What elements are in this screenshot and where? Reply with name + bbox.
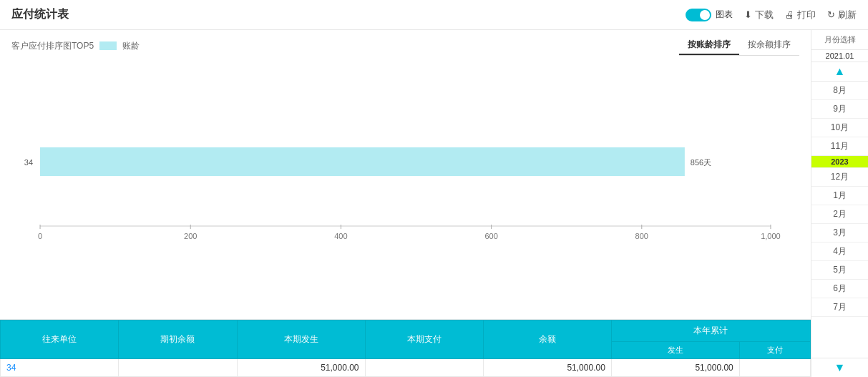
print-button[interactable]: 🖨 打印	[785, 9, 816, 21]
month-list: 8月9月10月11月202312月1月2月3月4月5月6月7月	[811, 82, 868, 358]
cell-period-occur: 51,000.00	[237, 359, 365, 377]
col-header-period-occur: 本期发生	[237, 320, 365, 359]
download-button[interactable]: ⬇ 下载	[744, 9, 774, 21]
chart-legend: 客户应付排序图TOP5 账龄	[11, 40, 140, 52]
col-header-ytd: 本年累计	[611, 320, 810, 342]
col-subheader-pay: 支付	[739, 342, 810, 359]
sidebar-year-marker: 2023	[811, 156, 868, 168]
svg-text:0: 0	[38, 232, 42, 240]
col-header-unit: 往来单位	[1, 320, 119, 359]
svg-text:200: 200	[184, 232, 197, 240]
print-icon: 🖨	[785, 9, 794, 20]
chart-header: 客户应付排序图TOP5 账龄 按账龄排序 按余额排序	[0, 30, 811, 62]
sort-tabs: 按账龄排序 按余额排序	[679, 36, 799, 56]
sort-tab-balance[interactable]: 按余额排序	[739, 36, 799, 55]
legend-title: 客户应付排序图TOP5	[11, 40, 94, 52]
legend-box	[99, 41, 117, 50]
svg-text:800: 800	[635, 232, 648, 240]
print-label: 打印	[797, 9, 816, 21]
bar-chart-svg: 34 856天 0 200	[11, 62, 799, 262]
main-area: 客户应付排序图TOP5 账龄 按账龄排序 按余额排序 34	[0, 30, 868, 377]
svg-text:1,000: 1,000	[761, 232, 781, 240]
refresh-label: 刷新	[838, 9, 857, 21]
chart-section: 客户应付排序图TOP5 账龄 按账龄排序 按余额排序 34	[0, 30, 811, 377]
sidebar-month-item[interactable]: 6月	[811, 280, 868, 298]
bar-rect	[40, 147, 685, 176]
download-icon: ⬇	[744, 9, 752, 20]
sidebar-month-item[interactable]: 1月	[811, 187, 868, 205]
cell-period-pay	[365, 359, 483, 377]
sidebar-month-item[interactable]: 3月	[811, 224, 868, 243]
cell-ytd-occur: 51,000.00	[611, 359, 739, 377]
col-header-period-pay: 本期支付	[365, 320, 483, 359]
sidebar-month-header: 月份选择	[811, 30, 868, 50]
legend-box-label: 账龄	[122, 40, 140, 52]
sidebar-month-item[interactable]: 8月	[811, 82, 868, 100]
sidebar-month-item[interactable]: 5月	[811, 261, 868, 280]
col-subheader-occur: 发生	[611, 342, 739, 359]
sidebar-month-item[interactable]: 10月	[811, 119, 868, 137]
sidebar-month-item[interactable]: 2月	[811, 205, 868, 224]
toggle-switch[interactable]	[686, 9, 711, 21]
table-row: 34 51,000.00 51,000.00 51,000.00	[1, 359, 811, 377]
sidebar-month-item[interactable]: 4月	[811, 243, 868, 261]
chart-toggle[interactable]: 图表	[686, 9, 733, 21]
table-header-row: 往来单位 期初余额 本期发生 本期支付 余额 本年累计	[1, 320, 811, 342]
cell-unit: 34	[1, 359, 119, 377]
data-table: 往来单位 期初余额 本期发生 本期支付 余额 本年累计 发生 支付	[0, 320, 811, 377]
unit-link[interactable]: 34	[6, 363, 16, 373]
cell-balance: 51,000.00	[483, 359, 611, 377]
sidebar-month-item[interactable]: 7月	[811, 298, 868, 317]
cell-opening	[119, 359, 237, 377]
svg-text:400: 400	[334, 232, 347, 240]
refresh-button[interactable]: ↻ 刷新	[827, 9, 857, 21]
header-actions: 图表 ⬇ 下载 🖨 打印 ↻ 刷新	[686, 9, 857, 21]
chart-label: 图表	[716, 9, 733, 21]
col-header-balance: 余额	[483, 320, 611, 359]
right-sidebar: 月份选择 2021.01 ▲ 8月9月10月11月202312月1月2月3月4月…	[811, 30, 868, 377]
sidebar-month-item[interactable]: 9月	[811, 100, 868, 119]
cell-ytd-pay	[739, 359, 810, 377]
col-header-opening: 期初余额	[119, 320, 237, 359]
download-label: 下载	[755, 9, 774, 21]
table-section: 往来单位 期初余额 本期发生 本期支付 余额 本年累计 发生 支付	[0, 319, 811, 377]
sidebar-down-button[interactable]: ▼	[811, 358, 868, 377]
svg-text:600: 600	[484, 232, 497, 240]
sidebar-month-item[interactable]: 12月	[811, 168, 868, 187]
chart-area: 34 856天 0 200	[0, 62, 811, 319]
refresh-icon: ↻	[827, 9, 835, 20]
bar-value-label: 856天	[691, 158, 711, 167]
sidebar-year-value: 2021.01	[811, 50, 868, 62]
sidebar-up-button[interactable]: ▲	[811, 62, 868, 82]
page-title: 应付统计表	[11, 7, 69, 22]
sidebar-month-item[interactable]: 11月	[811, 137, 868, 156]
bar-y-label: 34	[24, 158, 33, 167]
sort-tab-age[interactable]: 按账龄排序	[679, 36, 739, 55]
app-header: 应付统计表 图表 ⬇ 下载 🖨 打印 ↻ 刷新	[0, 0, 868, 30]
